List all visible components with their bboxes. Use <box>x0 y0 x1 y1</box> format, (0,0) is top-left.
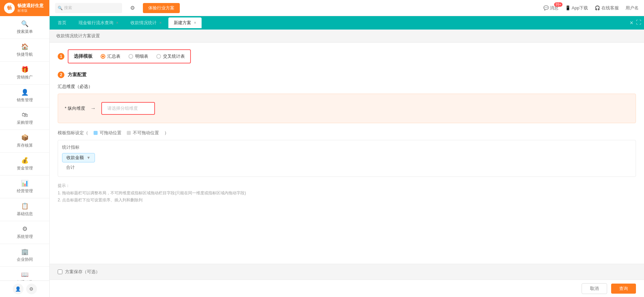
industry-button[interactable]: 体验行业方案 <box>143 3 180 13</box>
plan-config: 汇总维度（必选） * 纵向维度 → 请选择分组维度 模板指标设定（ <box>58 84 636 177</box>
breadcrumb: 收款情况统计方案设置 <box>50 30 644 43</box>
service-icon: 🎧 <box>595 5 600 10</box>
sidebar-bottom: 👤 ⚙ <box>0 281 49 297</box>
logo-text: 畅捷通好生意 <box>17 3 44 8</box>
service-button[interactable]: 🎧 在线客服 <box>595 5 619 11</box>
radio-detail[interactable] <box>128 54 133 59</box>
gift-icon: 🎁 <box>21 66 29 73</box>
home-icon: 🏠 <box>21 43 29 50</box>
save-section: 方案保存（可选） <box>50 264 644 280</box>
query-button[interactable]: 查询 <box>611 284 636 294</box>
tab-collection-close[interactable]: × <box>159 20 162 25</box>
sidebar-item-label: 基础信息 <box>17 211 33 217</box>
step1-num: 1 <box>58 53 64 60</box>
tab-new-plan-close[interactable]: × <box>194 20 196 25</box>
template-option-detail[interactable]: 明细表 <box>128 53 148 59</box>
radio-inner-summary <box>102 55 104 57</box>
metrics-chip-amount[interactable]: 收款金额 ▼ <box>62 153 95 162</box>
message-badge: 99+ <box>554 2 562 7</box>
topbar: 🔍 搜索 ⚙ 体验行业方案 💬 消息 99+ 📱 App下载 🎧 在线客服 用户… <box>50 0 644 16</box>
user-name[interactable]: 用户名 <box>626 5 639 11</box>
sidebar-item-label: 企业协同 <box>17 257 33 262</box>
nav-tabs: 首页 现金银行流水查询 × 收款情况统计 × 新建方案 × × ⛶ <box>50 16 644 30</box>
step1-title: 选择模板 <box>74 53 93 59</box>
step2-title: 方案配置 <box>68 72 87 78</box>
chip-amount-arrow-icon[interactable]: ▼ <box>87 155 91 160</box>
search-icon: 🔍 <box>21 20 29 28</box>
dimension-row-label: * 纵向维度 <box>65 105 85 111</box>
metrics-area: 统计指标 收款金额 ▼ 合计 <box>58 140 636 177</box>
metrics-category-label: 统计指标 <box>62 144 632 150</box>
sidebar-item-label: 营销推广 <box>17 75 33 80</box>
sidebar-item-search[interactable]: 🔍 搜索菜单 <box>0 16 49 39</box>
save-checkbox[interactable] <box>58 269 62 274</box>
template-option-summary[interactable]: 汇总表 <box>101 53 120 59</box>
step2-num: 2 <box>58 71 64 78</box>
tab-collection[interactable]: 收款情况统计 × <box>125 17 167 28</box>
tab-bank-close[interactable]: × <box>116 20 118 25</box>
gear-icon: ⚙ <box>22 225 28 233</box>
sidebar-item-guide[interactable]: 📖 新手引导 <box>0 267 49 281</box>
sidebar-item-inventory[interactable]: 📦 库存核算 <box>0 130 49 153</box>
nav-window-expand[interactable]: ⛶ <box>636 19 641 27</box>
nav-window-close[interactable]: × <box>630 19 633 27</box>
dimension-row: * 纵向维度 → 请选择分组维度 <box>65 102 629 115</box>
content-area: 收款情况统计方案设置 1 选择模板 汇总表 <box>50 30 644 297</box>
sidebar-item-purchase[interactable]: 🛍 采购管理 <box>0 107 49 130</box>
no-drag-dot-icon <box>127 131 131 135</box>
tab-bank-label: 现金银行流水查询 <box>78 20 113 26</box>
step1-box: 选择模板 汇总表 明细表 <box>68 49 191 63</box>
box-icon: 📦 <box>21 134 29 141</box>
template-option-cross[interactable]: 交叉统计表 <box>156 53 185 59</box>
tab-home[interactable]: 首页 <box>52 17 72 28</box>
no-drag-label: 不可拖动位置 <box>133 130 159 136</box>
sidebar-item-nav[interactable]: 🏠 快捷导航 <box>0 39 49 62</box>
service-label: 在线客服 <box>601 5 619 10</box>
drag-legend: 可拖动位置 <box>94 130 121 136</box>
topbar-search[interactable]: 🔍 搜索 <box>55 3 122 13</box>
tab-bank[interactable]: 现金银行流水查询 × <box>73 17 124 28</box>
download-label: App下载 <box>572 5 588 10</box>
metrics-header-label: 模板指标设定（ <box>58 130 88 136</box>
dimension-area: * 纵向维度 → 请选择分组维度 <box>58 94 636 123</box>
step1-header: 1 选择模板 汇总表 明细表 <box>58 49 636 63</box>
topbar-right: 💬 消息 99+ 📱 App下载 🎧 在线客服 用户名 <box>543 5 639 11</box>
message-icon: 💬 <box>543 5 549 10</box>
radio-cross[interactable] <box>156 54 161 59</box>
metrics-section: 模板指标设定（ 可拖动位置 不可拖动位置 ） <box>58 130 636 177</box>
settings-button[interactable]: ⚙ <box>127 3 138 13</box>
step2-header: 2 方案配置 <box>58 71 636 78</box>
sidebar-item-coop[interactable]: 🏢 企业协同 <box>0 244 49 267</box>
radio-summary[interactable] <box>101 54 105 59</box>
sidebar-item-marketing[interactable]: 🎁 营销推广 <box>0 62 49 85</box>
sidebar-item-label: 快捷导航 <box>17 52 33 57</box>
tab-home-label: 首页 <box>58 20 66 26</box>
user-icon: 👤 <box>21 89 29 96</box>
sidebar-bottom-btn-2[interactable]: ⚙ <box>26 284 37 294</box>
tab-new-plan[interactable]: 新建方案 × <box>168 17 202 28</box>
dimension-input[interactable]: 请选择分组维度 <box>101 102 155 115</box>
search-placeholder-text: 搜索 <box>64 5 72 11</box>
chip-amount-label: 收款金额 <box>66 155 84 161</box>
sidebar-item-label: 资金管理 <box>17 165 33 171</box>
drag-dot-icon <box>94 131 98 135</box>
sidebar-item-sales[interactable]: 👤 销售管理 <box>0 85 49 107</box>
sidebar-item-operation[interactable]: 📊 经营管理 <box>0 176 49 198</box>
sidebar-item-basic[interactable]: 📋 基础信息 <box>0 198 49 221</box>
sidebar-bottom-btn-1[interactable]: 👤 <box>13 284 23 294</box>
metrics-header: 模板指标设定（ 可拖动位置 不可拖动位置 ） <box>58 130 636 136</box>
metrics-suffix: ） <box>164 130 169 136</box>
sidebar-item-label: 采购管理 <box>17 120 33 126</box>
logo-text-block: 畅捷通好生意 标准版 <box>17 3 44 13</box>
sidebar-item-system[interactable]: ⚙ 系统管理 <box>0 221 49 244</box>
dimension-section-label: 汇总维度（必选） <box>58 84 636 90</box>
download-button[interactable]: 📱 App下载 <box>565 5 588 11</box>
sidebar-logo: 畅 畅捷通好生意 标准版 <box>0 0 49 16</box>
metrics-total: 合计 <box>62 162 632 172</box>
tab-collection-label: 收款情况统计 <box>130 20 157 26</box>
cancel-button[interactable]: 取消 <box>582 283 607 294</box>
tips-line-2: 2. 点击标题栏下拉可设置排序、插入列和删除列 <box>58 197 636 204</box>
sidebar-item-finance[interactable]: 💰 资金管理 <box>0 153 49 176</box>
building-icon: 🏢 <box>21 248 29 255</box>
message-button[interactable]: 💬 消息 99+ <box>543 5 559 11</box>
